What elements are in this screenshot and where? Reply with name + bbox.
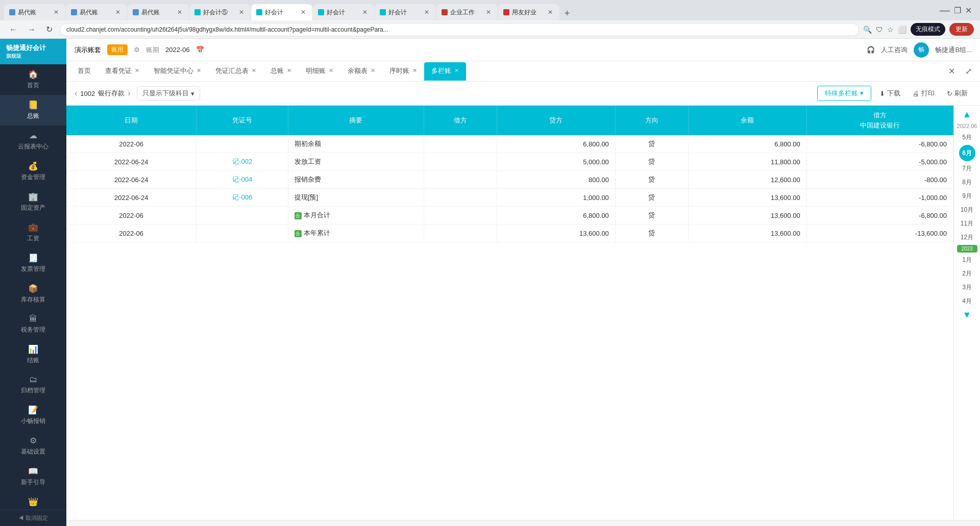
tab-close-4[interactable]: ✕ <box>299 8 307 16</box>
browser-tab-5[interactable]: 好会计 ✕ <box>313 4 374 20</box>
tab-close-chronological[interactable]: ✕ <box>412 67 417 74</box>
search-icon[interactable]: 🔍 <box>863 26 872 34</box>
cell-credit-3: 1,000.00 <box>497 189 615 207</box>
voucher-link[interactable]: 记-004 <box>232 176 252 183</box>
tab-view-voucher[interactable]: 查看凭证 ✕ <box>98 62 146 81</box>
special-multi-column-button[interactable]: 特殊多栏账 ▾ <box>817 86 871 101</box>
tab-close-7[interactable]: ✕ <box>484 8 493 16</box>
cal-month-apr[interactable]: 4月 <box>957 295 977 308</box>
tab-voucher-summary[interactable]: 凭证汇总表 ✕ <box>208 62 263 81</box>
voucher-link[interactable]: 记-002 <box>232 158 252 165</box>
cell-voucher-1[interactable]: 记-002 <box>197 153 288 171</box>
tab-close-0[interactable]: ✕ <box>52 8 60 16</box>
cal-month-jul[interactable]: 7月 <box>957 162 977 175</box>
sidebar-item-inventory[interactable]: 📦 库存核算 <box>0 279 66 309</box>
tab-close-balance-table[interactable]: ✕ <box>371 67 375 74</box>
tab-general-ledger[interactable]: 总账 ✕ <box>263 62 299 81</box>
sidebar-item-home[interactable]: 🏠 首页 <box>0 64 66 95</box>
reload-button[interactable]: ↻ <box>43 23 56 35</box>
new-tab-button[interactable]: + <box>560 6 574 20</box>
tab-close-detail-account[interactable]: ✕ <box>329 67 333 74</box>
horizontal-scrollbar[interactable] <box>66 520 980 526</box>
tab-detail-account[interactable]: 明细账 ✕ <box>299 62 340 81</box>
tab-close-8[interactable]: ✕ <box>546 8 554 16</box>
cal-month-may[interactable]: 5月 <box>957 131 977 144</box>
cal-month-jan[interactable]: 1月 <box>957 254 977 266</box>
refresh-button[interactable]: ↻ 刷新 <box>943 87 972 100</box>
cal-month-nov[interactable]: 11月 <box>957 217 977 230</box>
tab-close-5[interactable]: ✕ <box>361 8 369 16</box>
settings-gear-icon[interactable]: ⚙ <box>134 46 140 54</box>
sidebar-item-archive[interactable]: 🗂 归档管理 <box>0 370 66 400</box>
cal-month-jun[interactable]: 6月 <box>959 145 975 161</box>
restore-button[interactable]: ❐ <box>954 6 961 15</box>
update-button[interactable]: 更新 <box>949 23 974 36</box>
extension-icon[interactable]: ⬜ <box>898 26 906 34</box>
calendar-down-button[interactable]: ▼ <box>961 308 973 322</box>
calendar-up-button[interactable]: ▲ <box>961 108 973 121</box>
browser-tab-2[interactable]: 易代账 ✕ <box>128 4 189 20</box>
sidebar-item-cloud-report[interactable]: ☁ 云报表中心 <box>0 126 66 156</box>
cell-voucher-2[interactable]: 记-004 <box>197 171 288 189</box>
star-icon[interactable]: ☆ <box>887 26 894 34</box>
cal-month-feb[interactable]: 2月 <box>957 267 977 280</box>
customer-service-label[interactable]: 人工咨询 <box>881 45 908 55</box>
tab-chronological[interactable]: 序时账 ✕ <box>382 62 424 81</box>
tab-balance-table[interactable]: 余额表 ✕ <box>340 62 382 81</box>
cal-month-oct[interactable]: 10月 <box>957 204 977 216</box>
sidebar-item-salary[interactable]: 💼 工资 <box>0 217 66 248</box>
sidebar-item-settings[interactable]: ⚙ 基础设置 <box>0 431 66 461</box>
sidebar-item-expense[interactable]: 📝 小畅报销 <box>0 400 66 431</box>
tab-multi-column[interactable]: 多栏账 ✕ <box>424 62 466 81</box>
sidebar-item-fixed-assets[interactable]: 🏢 固定资产 <box>0 187 66 217</box>
sidebar-item-member[interactable]: 👑 畅会员 <box>0 492 66 510</box>
sidebar-item-ledger[interactable]: 📒 总账 <box>0 95 66 126</box>
sidebar-item-close-period[interactable]: 📊 结账 <box>0 339 66 370</box>
browser-tab-1[interactable]: 易代账 ✕ <box>66 4 127 20</box>
wupai-button[interactable]: 无痕模式 <box>911 23 945 36</box>
browser-tab-3[interactable]: 好会计⑤ ✕ <box>189 4 251 20</box>
sidebar-item-funds[interactable]: 💰 资金管理 <box>0 156 66 187</box>
close-browser-button[interactable]: ✕ <box>965 6 972 15</box>
next-account-button[interactable]: › <box>128 89 130 98</box>
shield-icon[interactable]: 🛡 <box>876 26 883 34</box>
tab-close-voucher-summary[interactable]: ✕ <box>252 67 256 74</box>
cal-month-dec[interactable]: 12月 <box>957 231 977 244</box>
tab-smart-voucher[interactable]: 智能凭证中心 ✕ <box>146 62 208 81</box>
forward-button[interactable]: → <box>24 24 39 35</box>
expand-panel-button[interactable]: ⤢ <box>961 64 976 78</box>
back-button[interactable]: ← <box>6 24 20 35</box>
prev-account-button[interactable]: ‹ <box>75 89 77 98</box>
browser-tab-6[interactable]: 好会计 ✕ <box>375 4 436 20</box>
tab-close-smart-voucher[interactable]: ✕ <box>197 67 201 74</box>
browser-tab-4[interactable]: 好会计 ✕ <box>251 4 312 20</box>
calendar-icon[interactable]: 📅 <box>196 46 204 54</box>
tab-close-general-ledger[interactable]: ✕ <box>287 67 291 74</box>
voucher-link[interactable]: 记-006 <box>232 193 252 201</box>
tab-close-3[interactable]: ✕ <box>237 8 246 16</box>
print-button[interactable]: 🖨 打印 <box>909 87 939 100</box>
tab-close-2[interactable]: ✕ <box>176 8 184 16</box>
tab-close-view-voucher[interactable]: ✕ <box>135 67 139 74</box>
tab-close-1[interactable]: ✕ <box>114 8 122 16</box>
cal-month-sep[interactable]: 9月 <box>957 190 977 203</box>
user-avatar[interactable]: 畅 <box>914 42 929 58</box>
tab-close-multi-column[interactable]: ✕ <box>454 67 459 74</box>
cal-month-aug[interactable]: 8月 <box>957 176 977 189</box>
close-panel-button[interactable]: ✕ <box>944 64 959 78</box>
download-button[interactable]: ⬇ 下载 <box>875 87 904 100</box>
cell-voucher-3[interactable]: 记-006 <box>197 189 288 207</box>
sidebar-item-invoice[interactable]: 🧾 发票管理 <box>0 248 66 279</box>
sub-account-filter[interactable]: 只显示下级科目 ▾ <box>137 86 200 101</box>
tab-home[interactable]: 首页 <box>70 62 98 81</box>
minimize-button[interactable]: — <box>940 5 950 16</box>
unpin-button[interactable]: ◀ 取消固定 <box>0 510 66 526</box>
address-input[interactable] <box>60 23 859 36</box>
browser-tab-7[interactable]: 企业工作 ✕ <box>436 4 498 20</box>
sidebar-item-guide[interactable]: 📖 新手引导 <box>0 461 66 492</box>
browser-tab-0[interactable]: 易代账 ✕ <box>4 4 65 20</box>
sidebar-item-tax[interactable]: 🏛 税务管理 <box>0 309 66 339</box>
browser-tab-8[interactable]: 用友好业 ✕ <box>498 4 559 20</box>
tab-close-6[interactable]: ✕ <box>423 8 431 16</box>
cal-month-mar[interactable]: 3月 <box>957 281 977 294</box>
